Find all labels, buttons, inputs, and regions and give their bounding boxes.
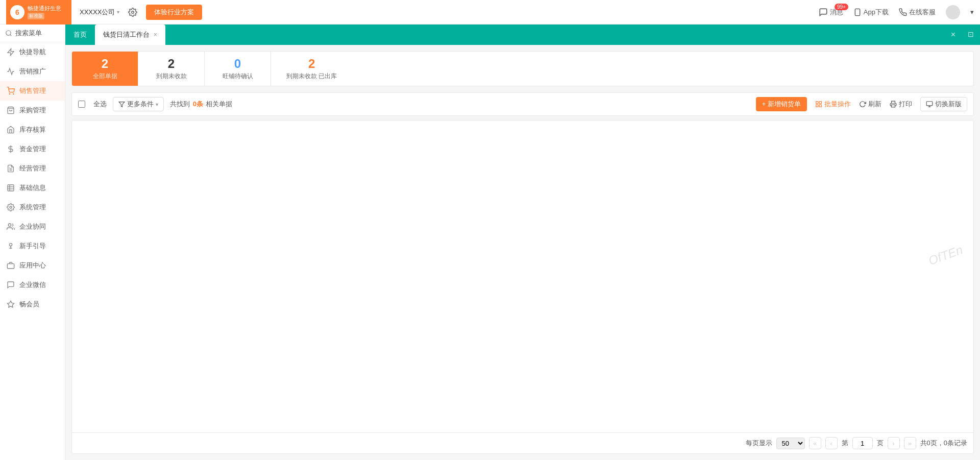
svg-point-7 [13, 93, 14, 94]
page-suffix: 页 [877, 439, 884, 448]
main-content: 首页 钱货日清工作台 × × ⊡ 2 全部单据 2 到期未收款 0 旺铺待确认 [65, 25, 980, 460]
switch-version-button[interactable]: 切换新版 [920, 97, 967, 111]
message-badge: 99+ [835, 4, 848, 10]
found-text: 共找到 0条 相关单据 [170, 100, 232, 109]
user-avatar-area[interactable] [946, 5, 960, 19]
stat-count-overdue-unpaid: 2 [168, 57, 175, 71]
sidebar-item-label: 系统管理 [19, 203, 46, 212]
svg-rect-22 [816, 102, 818, 104]
sidebar-item-finance[interactable]: 资金管理 [0, 139, 65, 159]
window-close-button[interactable]: × [945, 30, 962, 39]
inventory-icon [6, 125, 15, 134]
batch-op-button[interactable]: 批量操作 [815, 100, 851, 109]
filter-button[interactable]: 更多条件 ▾ [113, 97, 164, 111]
tab-bar: 首页 钱货日清工作台 × × ⊡ [65, 25, 980, 45]
sidebar-item-basic-info[interactable]: 基础信息 [0, 178, 65, 198]
window-max-button[interactable]: ⊡ [962, 30, 980, 39]
enterprise-icon [6, 222, 15, 231]
prev-page-button[interactable]: ‹ [825, 437, 838, 449]
toolbar-left: 全选 更多条件 ▾ 共找到 0条 相关单据 [78, 97, 232, 111]
tab-bar-end: × ⊡ [945, 30, 980, 39]
svg-rect-23 [819, 102, 821, 104]
toolbar: 全选 更多条件 ▾ 共找到 0条 相关单据 + 新增销货单 批量操作 [71, 92, 974, 116]
sidebar-item-member[interactable]: 畅会员 [0, 295, 65, 314]
sidebar-item-label: 企业微信 [19, 280, 46, 289]
tab-home[interactable]: 首页 [65, 25, 95, 45]
marketing-icon [6, 67, 15, 76]
found-count: 0条 [193, 100, 203, 108]
header-right: 消息 99+ App下载 在线客服 ▾ [819, 5, 974, 19]
member-icon [6, 300, 15, 309]
sidebar-item-label: 销售管理 [19, 86, 46, 95]
sidebar-item-guide[interactable]: 新手引导 [0, 236, 65, 256]
tab-cash-flow[interactable]: 钱货日清工作台 × [95, 25, 165, 45]
content-area: 2 全部单据 2 到期未收款 0 旺铺待确认 2 到期未收款 已出库 全选 [65, 45, 980, 460]
switch-version-label: 切换新版 [935, 100, 962, 109]
refresh-label: 刷新 [868, 100, 881, 109]
stat-label-overdue-unpaid: 到期未收款 [156, 72, 187, 81]
new-sales-button[interactable]: + 新增销货单 [756, 97, 807, 111]
table-area: OfTEn 每页显示 50 100 200 « ‹ 第 页 [71, 120, 974, 454]
sidebar-item-purchase[interactable]: 采购管理 [0, 101, 65, 120]
sidebar-item-inventory[interactable]: 库存核算 [0, 120, 65, 139]
svg-marker-5 [8, 49, 14, 55]
settings-icon[interactable] [126, 5, 140, 19]
sidebar-item-quick-nav[interactable]: 快捷导航 [0, 42, 65, 62]
svg-rect-26 [892, 105, 895, 107]
page-input[interactable] [852, 437, 873, 449]
sales-icon [6, 86, 15, 95]
svg-point-0 [132, 11, 134, 13]
filter-label: 更多条件 [127, 100, 154, 109]
app-download-label: App下载 [864, 8, 889, 17]
svg-rect-19 [7, 264, 14, 269]
per-page-label: 每页显示 [746, 439, 772, 448]
total-label: 共0页，0条记录 [920, 439, 967, 448]
last-page-button[interactable]: » [904, 437, 916, 449]
sidebar-item-system[interactable]: 系统管理 [0, 198, 65, 217]
sidebar-item-sales[interactable]: 销售管理 [0, 81, 65, 101]
quick-nav-icon [6, 47, 15, 57]
sidebar-item-wechat[interactable]: 企业微信 [0, 275, 65, 295]
company-name: XXXXX公司 [80, 8, 115, 17]
sidebar-item-enterprise[interactable]: 企业协同 [0, 217, 65, 236]
stat-label-overdue-unshipped: 到期未收款 已出库 [286, 72, 337, 81]
sidebar-item-operations[interactable]: 经营管理 [0, 159, 65, 178]
refresh-button[interactable]: 刷新 [859, 100, 881, 109]
per-page-select[interactable]: 50 100 200 [776, 438, 805, 449]
app-download-button[interactable]: App下载 [853, 8, 889, 17]
page-label: 第 [842, 439, 848, 448]
message-button[interactable]: 消息 99+ [819, 8, 843, 17]
svg-line-4 [10, 35, 12, 36]
stat-tab-pending-confirm[interactable]: 0 旺铺待确认 [205, 52, 271, 86]
sidebar-search-label: 搜索菜单 [15, 29, 42, 38]
user-avatar [946, 5, 960, 19]
tab-cash-flow-label: 钱货日清工作台 [103, 30, 150, 39]
stat-tab-overdue-unpaid[interactable]: 2 到期未收款 [138, 52, 205, 86]
sidebar-item-marketing[interactable]: 营销推广 [0, 62, 65, 81]
select-all-checkbox[interactable] [78, 101, 85, 108]
basic-info-icon [6, 183, 15, 192]
online-service-label: 在线客服 [909, 8, 936, 17]
print-label: 打印 [899, 100, 912, 109]
svg-point-16 [10, 206, 12, 208]
guide-icon [6, 241, 15, 251]
company-selector[interactable]: XXXXX公司 ▾ [80, 8, 119, 17]
stat-tab-overdue-unshipped[interactable]: 2 到期未收款 已出库 [271, 52, 352, 86]
print-button[interactable]: 打印 [890, 100, 912, 109]
watermark: OfTEn [926, 243, 965, 268]
next-page-button[interactable]: › [888, 437, 900, 449]
stats-tabs: 2 全部单据 2 到期未收款 0 旺铺待确认 2 到期未收款 已出库 [71, 51, 974, 86]
wechat-icon [6, 280, 15, 289]
sidebar-search[interactable]: 搜索菜单 [0, 25, 65, 42]
stat-tab-all[interactable]: 2 全部单据 [72, 52, 138, 86]
sidebar-item-app-center[interactable]: 应用中心 [0, 256, 65, 275]
system-icon [6, 203, 15, 212]
sidebar-item-label: 畅会员 [19, 300, 39, 309]
sidebar-item-label: 采购管理 [19, 106, 46, 115]
tab-close-icon[interactable]: × [154, 31, 157, 38]
user-name[interactable]: ▾ [970, 8, 974, 16]
stat-label-pending-confirm: 旺铺待确认 [223, 72, 253, 81]
online-service-button[interactable]: 在线客服 [899, 8, 936, 17]
try-button[interactable]: 体验行业方案 [146, 5, 202, 20]
first-page-button[interactable]: « [809, 437, 821, 449]
